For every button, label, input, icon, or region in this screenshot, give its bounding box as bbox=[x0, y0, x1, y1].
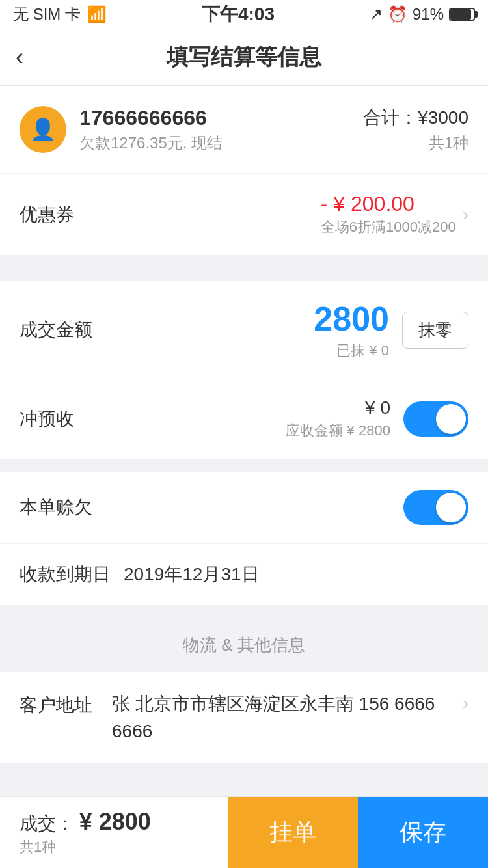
section-divider-1 bbox=[0, 268, 488, 281]
coupon-right: - ¥ 200.00 全场6折满1000减200 › bbox=[321, 192, 468, 237]
customer-subtext: 欠款1276.35元, 现结 bbox=[79, 133, 223, 154]
coupon-amount: - ¥ 200.00 bbox=[321, 192, 456, 216]
customer-phone: 17666666666 bbox=[79, 106, 223, 130]
customer-right: 合计：¥3000 共1种 bbox=[363, 105, 468, 154]
divider-line-left bbox=[13, 645, 163, 645]
prepay-sub: 应收金额 ¥ 2800 bbox=[286, 421, 390, 441]
sim-label: 无 SIM 卡 bbox=[13, 4, 81, 25]
section-divider-3 bbox=[0, 605, 488, 618]
coupon-desc: 全场6折满1000减200 bbox=[321, 217, 456, 237]
wifi-icon: 📶 bbox=[87, 5, 107, 23]
bottom-kinds: 共1种 bbox=[20, 837, 208, 857]
save-button[interactable]: 保存 bbox=[358, 797, 488, 869]
prepay-label: 冲预收 bbox=[20, 407, 74, 431]
transaction-value: 2800 bbox=[314, 299, 389, 338]
prepay-amount: ¥ 0 bbox=[286, 398, 390, 418]
nav-bar: ‹ 填写结算等信息 bbox=[0, 29, 488, 86]
status-right: ↗ ⏰ 91% bbox=[370, 5, 475, 23]
bottom-summary: 成交： ¥ 2800 共1种 bbox=[0, 808, 228, 857]
prepay-row: 冲预收 ¥ 0 应收金额 ¥ 2800 bbox=[0, 379, 488, 459]
divider-line-right bbox=[325, 645, 475, 645]
transaction-right: 2800 已抹 ¥ 0 抹零 bbox=[314, 299, 468, 360]
chevron-right-icon: › bbox=[463, 204, 468, 225]
due-date-value: 2019年12月31日 bbox=[124, 562, 260, 587]
transaction-label: 成交金额 bbox=[20, 318, 92, 342]
debt-row: 本单赊欠 bbox=[0, 472, 488, 543]
customer-left: 👤 17666666666 欠款1276.35元, 现结 bbox=[20, 106, 223, 154]
status-time: 下午4:03 bbox=[202, 2, 275, 27]
avatar: 👤 bbox=[20, 106, 66, 153]
customer-total: 合计：¥3000 bbox=[363, 105, 468, 130]
transaction-row: 成交金额 2800 已抹 ¥ 0 抹零 bbox=[0, 281, 488, 379]
prepay-right: ¥ 0 应收金额 ¥ 2800 bbox=[286, 398, 468, 441]
debt-toggle[interactable] bbox=[403, 490, 468, 525]
address-chevron-icon: › bbox=[463, 690, 468, 714]
logistics-divider: 物流 & 其他信息 bbox=[0, 618, 488, 672]
location-icon: ↗ bbox=[370, 5, 383, 23]
address-label: 客户地址 bbox=[20, 690, 92, 718]
address-row[interactable]: 客户地址 张 北京市市辖区海淀区永丰南 156 6666 6666 › bbox=[0, 672, 488, 763]
page-title: 填写结算等信息 bbox=[167, 42, 321, 72]
bottom-deal-line: 成交： ¥ 2800 bbox=[20, 808, 208, 836]
customer-card: 👤 17666666666 欠款1276.35元, 现结 合计：¥3000 共1… bbox=[0, 86, 488, 255]
bottom-amount: ¥ 2800 bbox=[79, 808, 151, 835]
address-value: 张 北京市市辖区海淀区永丰南 156 6666 6666 bbox=[112, 690, 456, 745]
due-date-row: 收款到期日 2019年12月31日 bbox=[0, 543, 488, 605]
status-left: 无 SIM 卡 📶 bbox=[13, 4, 107, 25]
due-date-label: 收款到期日 bbox=[20, 562, 111, 587]
round-button[interactable]: 抹零 bbox=[402, 312, 468, 349]
debt-label: 本单赊欠 bbox=[20, 495, 92, 520]
content: 👤 17666666666 欠款1276.35元, 现结 合计：¥3000 共1… bbox=[0, 86, 488, 868]
customer-info: 17666666666 欠款1276.35元, 现结 bbox=[79, 106, 223, 154]
battery-percentage: 91% bbox=[413, 5, 444, 23]
hang-button[interactable]: 挂单 bbox=[228, 797, 358, 869]
prepay-values: ¥ 0 应收金额 ¥ 2800 bbox=[286, 398, 390, 441]
transaction-value-group: 2800 已抹 ¥ 0 bbox=[314, 299, 389, 360]
deal-label: 成交： bbox=[20, 813, 74, 834]
section-divider-2 bbox=[0, 459, 488, 472]
transaction-sub: 已抹 ¥ 0 bbox=[314, 341, 389, 360]
back-button[interactable]: ‹ bbox=[16, 44, 23, 71]
coupon-row[interactable]: 优惠券 - ¥ 200.00 全场6折满1000减200 › bbox=[0, 173, 488, 255]
logistics-text: 物流 & 其他信息 bbox=[176, 634, 312, 657]
customer-count: 共1种 bbox=[363, 133, 468, 154]
coupon-label: 优惠券 bbox=[20, 202, 74, 227]
bottom-bar: 成交： ¥ 2800 共1种 挂单 保存 bbox=[0, 796, 488, 868]
amount-section: 成交金额 2800 已抹 ¥ 0 抹零 冲预收 ¥ 0 应收金额 ¥ 2800 bbox=[0, 281, 488, 459]
prepay-toggle[interactable] bbox=[403, 401, 468, 437]
alarm-icon: ⏰ bbox=[388, 5, 407, 23]
avatar-icon: 👤 bbox=[30, 117, 56, 142]
battery-icon bbox=[449, 8, 475, 21]
coupon-info: - ¥ 200.00 全场6折满1000减200 bbox=[321, 192, 456, 237]
status-bar: 无 SIM 卡 📶 下午4:03 ↗ ⏰ 91% bbox=[0, 0, 488, 29]
